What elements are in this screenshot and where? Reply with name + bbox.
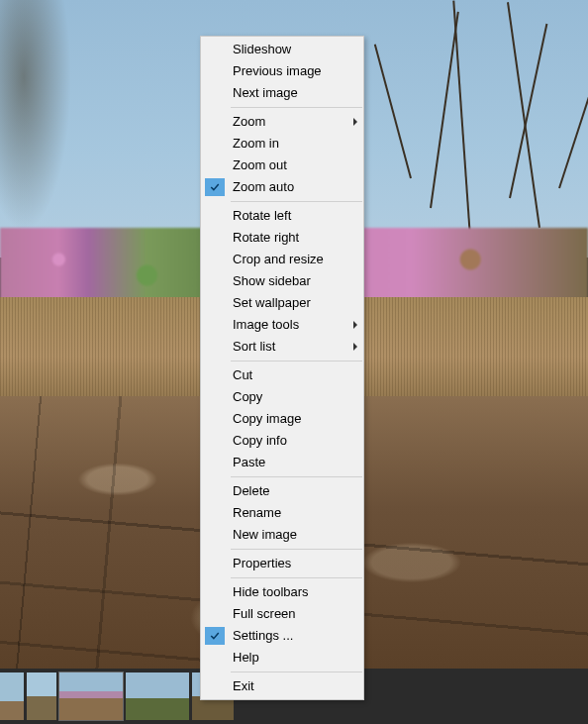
menu-item-label: Previous image bbox=[233, 63, 322, 78]
menu-item-label: Zoom in bbox=[233, 136, 279, 151]
menu-separator bbox=[231, 672, 362, 672]
menu-item-new-image[interactable]: New image bbox=[201, 524, 363, 546]
menu-item-label: Crop and resize bbox=[233, 252, 324, 266]
menu-item-label: Hide toolbars bbox=[233, 584, 309, 599]
menu-item-copy-image[interactable]: Copy image bbox=[201, 408, 363, 430]
menu-item-show-sidebar[interactable]: Show sidebar bbox=[201, 270, 363, 292]
menu-item-label: Next image bbox=[233, 85, 298, 100]
menu-item-next-image[interactable]: Next image bbox=[201, 82, 363, 104]
menu-item-copy-info[interactable]: Copy info bbox=[201, 430, 363, 452]
menu-separator bbox=[231, 549, 362, 550]
menu-item-label: Paste bbox=[233, 455, 265, 469]
menu-item-slideshow[interactable]: Slideshow bbox=[201, 39, 363, 60]
menu-item-rotate-left[interactable]: Rotate left bbox=[201, 205, 363, 227]
menu-item-label: Exit bbox=[233, 678, 254, 693]
menu-item-help[interactable]: Help bbox=[201, 647, 363, 669]
menu-item-label: Image tools bbox=[233, 317, 299, 332]
menu-separator bbox=[231, 577, 362, 578]
menu-item-set-wallpaper[interactable]: Set wallpaper bbox=[201, 292, 363, 314]
menu-item-sort-list[interactable]: Sort list bbox=[201, 336, 363, 358]
menu-item-settings[interactable]: Settings ... bbox=[201, 625, 363, 647]
menu-item-label: Delete bbox=[233, 483, 270, 498]
menu-item-label: Properties bbox=[233, 556, 291, 570]
menu-item-rename[interactable]: Rename bbox=[201, 502, 363, 524]
context-menu: SlideshowPrevious imageNext imageZoomZoo… bbox=[200, 36, 364, 700]
check-icon bbox=[205, 627, 225, 645]
menu-item-label: Show sidebar bbox=[233, 273, 311, 288]
menu-item-label: Cut bbox=[233, 367, 252, 382]
menu-separator bbox=[231, 201, 362, 202]
menu-item-label: Rotate right bbox=[233, 230, 299, 245]
menu-item-rotate-right[interactable]: Rotate right bbox=[201, 227, 363, 249]
menu-item-label: New image bbox=[233, 527, 297, 542]
menu-separator bbox=[231, 107, 362, 108]
menu-item-properties[interactable]: Properties bbox=[201, 553, 363, 574]
menu-item-label: Help bbox=[233, 650, 259, 665]
thumbnail[interactable] bbox=[0, 672, 24, 720]
chevron-right-icon bbox=[353, 343, 357, 351]
menu-item-exit[interactable]: Exit bbox=[201, 675, 363, 697]
menu-item-label: Copy image bbox=[233, 411, 301, 426]
menu-item-delete[interactable]: Delete bbox=[201, 480, 363, 502]
menu-item-zoom-in[interactable]: Zoom in bbox=[201, 133, 363, 155]
menu-item-label: Copy info bbox=[233, 433, 287, 448]
menu-item-zoom-auto[interactable]: Zoom auto bbox=[201, 176, 363, 198]
menu-item-hide-toolbars[interactable]: Hide toolbars bbox=[201, 581, 363, 603]
menu-item-zoom[interactable]: Zoom bbox=[201, 111, 363, 133]
menu-item-zoom-out[interactable]: Zoom out bbox=[201, 155, 363, 176]
menu-item-label: Settings ... bbox=[233, 628, 293, 643]
menu-item-label: Rotate left bbox=[233, 208, 291, 223]
check-icon bbox=[205, 178, 225, 196]
menu-item-label: Zoom auto bbox=[233, 179, 294, 194]
menu-item-label: Slideshow bbox=[233, 42, 291, 56]
menu-item-cut[interactable]: Cut bbox=[201, 364, 363, 386]
menu-item-previous-image[interactable]: Previous image bbox=[201, 60, 363, 82]
chevron-right-icon bbox=[353, 321, 357, 329]
menu-item-label: Zoom out bbox=[233, 157, 287, 172]
menu-item-label: Full screen bbox=[233, 606, 296, 621]
menu-item-crop-and-resize[interactable]: Crop and resize bbox=[201, 249, 363, 270]
thumbnail-current[interactable] bbox=[59, 672, 123, 720]
menu-item-label: Copy bbox=[233, 389, 262, 404]
thumbnail[interactable] bbox=[27, 672, 56, 720]
chevron-right-icon bbox=[353, 118, 357, 126]
menu-item-copy[interactable]: Copy bbox=[201, 386, 363, 408]
menu-item-label: Rename bbox=[233, 505, 281, 520]
menu-item-image-tools[interactable]: Image tools bbox=[201, 314, 363, 336]
menu-item-label: Zoom bbox=[233, 114, 265, 129]
thumbnail[interactable] bbox=[126, 672, 189, 720]
menu-item-label: Sort list bbox=[233, 339, 275, 354]
menu-item-label: Set wallpaper bbox=[233, 295, 311, 310]
menu-item-full-screen[interactable]: Full screen bbox=[201, 603, 363, 625]
menu-separator bbox=[231, 361, 362, 362]
menu-item-paste[interactable]: Paste bbox=[201, 452, 363, 473]
menu-separator bbox=[231, 476, 362, 477]
